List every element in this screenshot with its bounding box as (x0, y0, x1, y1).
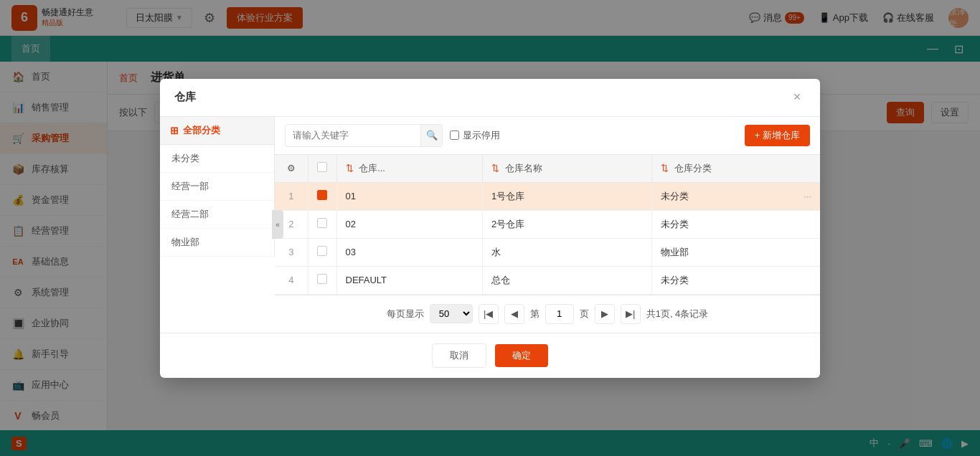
sort-icon-code: ⇅ (346, 163, 354, 174)
row-num: 4 (275, 266, 308, 294)
row-num: 1 (275, 182, 308, 210)
category-panel: ⊞ 全部分类 未分类 经营一部 经营二部 物业部 (160, 117, 275, 257)
total-info: 共1页, 4条记录 (646, 308, 709, 320)
table-row[interactable]: 1 01 1号仓库 未分类··· (275, 182, 820, 210)
row-checkbox[interactable] (317, 190, 327, 200)
row-category: 物业部 (652, 239, 820, 266)
modal-title: 仓库 (174, 90, 196, 104)
row-checkbox[interactable] (317, 274, 327, 284)
show-disabled-checkbox[interactable] (450, 130, 459, 140)
sort-icon-name: ⇅ (491, 163, 499, 174)
confirm-button[interactable]: 确定 (495, 344, 548, 367)
grid-icon: ⊞ (170, 125, 179, 136)
category-item-ops1[interactable]: 经营一部 (160, 173, 274, 201)
row-checkbox[interactable] (317, 218, 327, 228)
row-checkbox-cell[interactable] (308, 238, 336, 266)
table-row[interactable]: 3 03 水 物业部 (275, 238, 820, 266)
row-checkbox-cell[interactable] (308, 182, 336, 210)
table-header-name[interactable]: ⇅ 仓库名称 (483, 155, 652, 183)
row-code: 03 (336, 238, 483, 266)
table-row[interactable]: 2 02 2号仓库 未分类 (275, 210, 820, 238)
select-all-checkbox[interactable] (317, 162, 327, 172)
prev-page-button[interactable]: ◀ (504, 304, 524, 324)
page-number-input[interactable] (545, 304, 574, 324)
row-name: 1号仓库 (483, 182, 652, 210)
row-name: 2号仓库 (483, 210, 652, 238)
search-box: 🔍 (285, 124, 443, 147)
table-header-category[interactable]: ⇅ 仓库分类 (651, 155, 820, 183)
category-item-ops2[interactable]: 经营二部 (160, 201, 274, 229)
last-page-button[interactable]: ▶| (621, 304, 641, 324)
per-page-label: 每页显示 (387, 308, 424, 320)
row-name: 水 (483, 238, 652, 266)
cancel-button[interactable]: 取消 (432, 343, 486, 368)
sort-icon-category: ⇅ (661, 163, 669, 174)
first-page-button[interactable]: |◀ (479, 304, 499, 324)
table-header-code[interactable]: ⇅ 仓库... (336, 155, 483, 183)
modal-close-button[interactable]: × (788, 89, 806, 106)
warehouse-table: ⚙ ⇅ 仓库... ⇅ 仓库名称 (275, 155, 820, 295)
search-input[interactable] (286, 126, 420, 144)
row-more-button[interactable]: ··· (804, 191, 811, 201)
category-item-unclassified[interactable]: 未分类 (160, 145, 274, 173)
next-page-button[interactable]: ▶ (595, 304, 615, 324)
warehouse-modal: 仓库 × ⊞ 全部分类 未分类 经营一部 (160, 79, 820, 378)
all-categories-item[interactable]: ⊞ 全部分类 (160, 117, 274, 145)
table-checkbox-header[interactable] (308, 155, 336, 183)
row-checkbox-cell[interactable] (308, 266, 336, 294)
per-page-select[interactable]: 50 100 (430, 304, 473, 323)
collapse-panel-button[interactable]: « (272, 210, 283, 239)
row-num: 3 (275, 238, 308, 266)
all-categories-label: 全部分类 (183, 124, 220, 137)
row-category: 未分类··· (652, 183, 820, 210)
table-settings-header: ⚙ (275, 155, 308, 183)
row-category: 未分类 (652, 211, 820, 238)
page-label: 第 (530, 308, 540, 320)
add-warehouse-button[interactable]: + 新增仓库 (745, 125, 810, 146)
row-checkbox-cell[interactable] (308, 210, 336, 238)
row-name: 总仓 (483, 266, 652, 294)
search-button[interactable]: 🔍 (420, 125, 442, 146)
row-category: 未分类 (652, 267, 820, 294)
show-disabled-label[interactable]: 显示停用 (450, 129, 500, 142)
row-checkbox[interactable] (317, 246, 327, 256)
row-code: 01 (336, 182, 483, 210)
page-unit: 页 (580, 308, 589, 320)
content-panel: 🔍 显示停用 + 新增仓库 ⚙ (275, 117, 820, 333)
category-item-property[interactable]: 物业部 (160, 229, 274, 257)
modal-overlay: 仓库 × ⊞ 全部分类 未分类 经营一部 (0, 0, 980, 456)
row-code: 02 (336, 210, 483, 238)
row-code: DEFAULT (336, 266, 483, 294)
table-row[interactable]: 4 DEFAULT 总仓 未分类 (275, 266, 820, 294)
pagination: 每页显示 50 100 |◀ ◀ 第 页 ▶ ▶| 共1页, 4条记录 (275, 295, 820, 333)
